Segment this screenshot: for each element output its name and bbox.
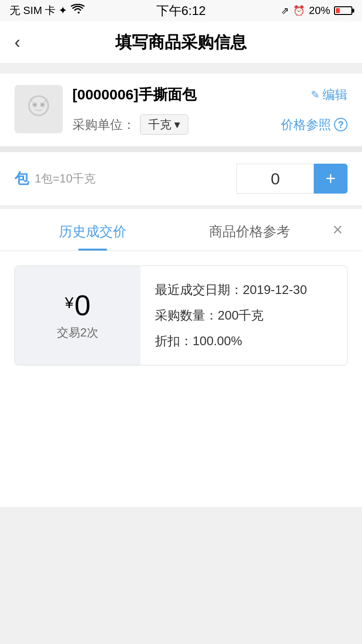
price-value: 0 bbox=[74, 291, 90, 320]
quantity-input[interactable] bbox=[237, 164, 314, 194]
location-icon: ⇗ bbox=[281, 5, 289, 16]
unit-value: 千克 bbox=[148, 117, 171, 132]
transaction-discount-label: 折扣： bbox=[155, 334, 193, 348]
quantity-plus-button[interactable]: + bbox=[314, 164, 348, 194]
unit-label: 采购单位： 千克 ▾ bbox=[72, 114, 188, 135]
svg-point-0 bbox=[29, 96, 48, 115]
transaction-count: 交易2次 bbox=[57, 325, 98, 340]
pack-info: 包 1包=10千克 bbox=[14, 169, 96, 189]
status-right: ⇗ ⏰ 20% bbox=[281, 4, 352, 17]
page-title: 填写商品采购信息 bbox=[115, 31, 247, 54]
header: ‹ 填写商品采购信息 bbox=[0, 21, 362, 64]
transaction-price: ¥ 0 bbox=[65, 291, 90, 320]
transaction-date-row: 最近成交日期：2019-12-30 bbox=[155, 280, 333, 299]
battery-percent: 20% bbox=[309, 4, 330, 17]
price-currency-symbol: ¥ bbox=[65, 295, 73, 310]
signal-text: 无 SIM 卡 ✦ bbox=[10, 3, 67, 18]
tabs-header: 历史成交价 商品价格参考 × bbox=[0, 209, 362, 251]
status-bar: 无 SIM 卡 ✦ 下午6:12 ⇗ ⏰ 20% bbox=[0, 0, 362, 21]
tab-close-button[interactable]: × bbox=[328, 216, 348, 243]
product-thumbnail bbox=[14, 85, 63, 133]
transaction-qty-label: 采购数量： bbox=[155, 308, 218, 322]
edit-button[interactable]: ✎ 编辑 bbox=[311, 86, 348, 103]
back-button[interactable]: ‹ bbox=[10, 28, 25, 57]
transaction-discount-row: 折扣：100.00% bbox=[155, 332, 333, 350]
quantity-control: + bbox=[237, 164, 348, 194]
edit-icon: ✎ bbox=[311, 89, 320, 101]
pack-desc: 1包=10千克 bbox=[35, 171, 96, 186]
alarm-icon: ⏰ bbox=[293, 5, 305, 16]
price-ref-label: 价格参照 bbox=[281, 116, 331, 133]
transaction-card: ¥ 0 交易2次 最近成交日期：2019-12-30 采购数量：200千克 折扣… bbox=[14, 266, 348, 365]
tabs-section: 历史成交价 商品价格参考 × ¥ 0 交易2次 最近成交日期：2019-12-3… bbox=[0, 209, 362, 507]
product-info: [0000006]手撕面包 ✎ 编辑 采购单位： 千克 ▾ 价格参照 ? bbox=[72, 85, 348, 135]
transaction-discount-value: 100.00% bbox=[193, 334, 242, 348]
unit-select[interactable]: 千克 ▾ bbox=[140, 114, 188, 135]
price-ref-help-icon: ? bbox=[334, 118, 348, 131]
price-reference-button[interactable]: 价格参照 ? bbox=[281, 116, 348, 133]
transaction-details: 最近成交日期：2019-12-30 采购数量：200千克 折扣：100.00% bbox=[140, 266, 347, 365]
section-divider bbox=[0, 146, 362, 152]
status-time: 下午6:12 bbox=[156, 2, 206, 19]
battery-icon bbox=[334, 6, 352, 15]
tab-content-area: ¥ 0 交易2次 最近成交日期：2019-12-30 采购数量：200千克 折扣… bbox=[0, 266, 362, 507]
product-card: [0000006]手撕面包 ✎ 编辑 采购单位： 千克 ▾ 价格参照 ? bbox=[0, 73, 362, 146]
wifi-icon bbox=[71, 4, 84, 17]
svg-point-4 bbox=[42, 104, 43, 106]
pack-icon: 包 bbox=[14, 169, 29, 189]
product-logo-icon bbox=[22, 92, 56, 126]
svg-point-3 bbox=[34, 104, 36, 106]
status-left: 无 SIM 卡 ✦ bbox=[10, 3, 84, 18]
transaction-date-value: 2019-12-30 bbox=[243, 282, 307, 297]
quantity-row: 包 1包=10千克 + bbox=[0, 152, 362, 205]
transaction-qty-value: 200千克 bbox=[218, 308, 264, 322]
edit-label: 编辑 bbox=[322, 86, 348, 103]
tab-history-price[interactable]: 历史成交价 bbox=[14, 209, 171, 251]
transaction-date-label: 最近成交日期： bbox=[155, 282, 243, 297]
transaction-qty-row: 采购数量：200千克 bbox=[155, 306, 333, 325]
tab-price-reference[interactable]: 商品价格参考 bbox=[171, 209, 327, 251]
dropdown-icon: ▾ bbox=[174, 118, 180, 131]
transaction-summary: ¥ 0 交易2次 bbox=[15, 266, 140, 365]
product-name: [0000006]手撕面包 bbox=[72, 85, 196, 105]
